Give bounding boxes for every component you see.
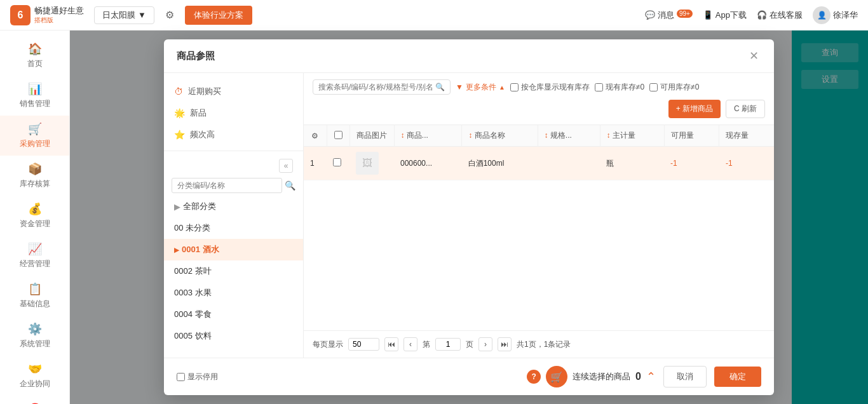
- total-info: 共1页，1条记录: [517, 339, 571, 350]
- show-disabled-checkbox[interactable]: [177, 373, 185, 381]
- product-thumb: 🖼: [356, 152, 379, 175]
- sidebar-item-enterprise[interactable]: 🤝 企业协同: [0, 356, 69, 396]
- content-area: 查询 设置 商品参照 ✕ ⏱: [70, 30, 868, 404]
- sidebar-item-finance[interactable]: 💰 资金管理: [0, 196, 69, 236]
- page-label: 第: [423, 339, 430, 350]
- sidebar-item-system[interactable]: ⚙️ 系统管理: [0, 316, 69, 356]
- category-search-input[interactable]: [172, 178, 282, 193]
- inventory-icon: 📦: [28, 162, 42, 176]
- sidebar-item-home[interactable]: 🏠 首页: [0, 36, 69, 76]
- cart-icon[interactable]: 🛒: [546, 366, 567, 387]
- table-row[interactable]: 1 🖼: [304, 147, 774, 180]
- cell-checkbox: [327, 147, 349, 180]
- toolbar-right: + 新增商品 C 刷新: [668, 100, 765, 118]
- select-all-checkbox[interactable]: [334, 131, 342, 139]
- cancel-button[interactable]: 取消: [663, 366, 707, 387]
- modal-left-panel: ⏱ 近期购买 🌟 新品 ⭐ 频次高: [164, 73, 304, 358]
- modal-backdrop: 商品参照 ✕ ⏱ 近期购买 🌟: [70, 30, 868, 404]
- modal-footer: 显示停用 ? 🛒 连续选择的商品 0 ⌃ 取消 确定: [164, 358, 774, 395]
- home-icon: 🏠: [28, 42, 42, 56]
- modal-toolbar: 🔍 ▼ 更多条件 ▲ 按仓库显示现有库存: [304, 73, 774, 125]
- sort-spec-icon: ↕: [545, 131, 548, 140]
- tab-recent-purchase[interactable]: ⏱ 近期购买: [164, 81, 303, 102]
- nav-right: 💬 消息 99+ 📱 App下载 🎧 在线客服 👤 徐泽华: [645, 6, 858, 24]
- add-product-button[interactable]: + 新增商品: [668, 100, 721, 118]
- cart-expand-icon[interactable]: ⌃: [646, 370, 656, 384]
- category-water[interactable]: 0008 水: [164, 347, 303, 350]
- checkbox-stock-not-zero-input[interactable]: [595, 83, 603, 91]
- category-tea[interactable]: 0002 茶叶: [164, 260, 303, 282]
- checkbox-available-not-zero[interactable]: 可用库存≠0: [649, 82, 699, 93]
- nav-user[interactable]: 👤 徐泽华: [813, 6, 858, 24]
- row-checkbox[interactable]: [333, 158, 341, 166]
- category-liquor[interactable]: ▶ 0001 酒水: [164, 239, 303, 260]
- category-fruit[interactable]: 0003 水果: [164, 282, 303, 304]
- refresh-button[interactable]: C 刷新: [726, 100, 765, 118]
- basics-icon: 📋: [28, 282, 42, 296]
- page-number-input[interactable]: [435, 338, 461, 351]
- sort-icon: ↕: [401, 131, 405, 140]
- nav-online-service[interactable]: 🎧 在线客服: [757, 10, 803, 21]
- tab-new-products[interactable]: 🌟 新品: [164, 102, 303, 124]
- product-search-input[interactable]: [318, 83, 433, 91]
- active-arrow-icon: ▶: [174, 246, 179, 253]
- sidebar-item-guide[interactable]: 🎯 新手引导: [0, 396, 69, 404]
- clock-icon: ⏱: [174, 86, 183, 97]
- cell-num: 1: [304, 147, 327, 180]
- modal-header: 商品参照 ✕: [164, 39, 774, 73]
- cell-code: 000600...: [394, 147, 462, 180]
- modal-right-panel: 🔍 ▼ 更多条件 ▲ 按仓库显示现有库存: [304, 73, 774, 358]
- product-search-box[interactable]: 🔍: [313, 79, 451, 95]
- category-search-icon[interactable]: 🔍: [285, 180, 295, 191]
- star-icon: ⭐: [174, 130, 185, 140]
- th-settings: ⚙: [304, 125, 327, 147]
- product-search-icon[interactable]: 🔍: [435, 83, 445, 91]
- gear-icon[interactable]: ⚙: [159, 5, 180, 25]
- sidebar-item-purchase[interactable]: 🛒 采购管理: [0, 116, 69, 156]
- sidebar-item-sales[interactable]: 📊 销售管理: [0, 76, 69, 116]
- nav-app-download[interactable]: 📱 App下载: [703, 10, 747, 21]
- mobile-icon: 📱: [703, 10, 713, 20]
- sales-icon: 📊: [28, 82, 42, 96]
- operations-icon: 📈: [28, 242, 42, 256]
- sidebar-item-operations[interactable]: 📈 经营管理: [0, 236, 69, 276]
- checkbox-available-not-zero-input[interactable]: [649, 83, 658, 91]
- top-nav: 6 畅捷通好生意 搭档版 日太阳膜 ▼ ⚙ 体验行业方案 💬 消息 99+ 📱 …: [0, 0, 868, 30]
- filter-icon: ▼: [456, 83, 463, 91]
- sidebar-item-inventory[interactable]: 📦 库存核算: [0, 156, 69, 196]
- page-end-label: 页: [466, 339, 473, 350]
- headset-icon: 🎧: [757, 10, 767, 20]
- last-page-button[interactable]: ⏭: [498, 337, 512, 351]
- system-icon: ⚙️: [28, 322, 42, 336]
- purchase-icon: 🛒: [28, 122, 42, 136]
- sidebar-item-basics[interactable]: 📋 基础信息: [0, 276, 69, 316]
- confirm-button[interactable]: 确定: [714, 367, 761, 387]
- category-uncategorized[interactable]: 00 未分类: [164, 217, 303, 239]
- category-snacks[interactable]: 0004 零食: [164, 304, 303, 325]
- filter-button[interactable]: ▼ 更多条件 ▲: [456, 82, 505, 93]
- store-selector[interactable]: 日太阳膜 ▼: [94, 6, 154, 24]
- collapse-button[interactable]: «: [279, 159, 293, 173]
- checkbox-stock-by-warehouse[interactable]: 按仓库显示现有库存: [510, 82, 590, 93]
- modal-body: ⏱ 近期购买 🌟 新品 ⭐ 频次高: [164, 73, 774, 358]
- cell-stock: -1: [719, 147, 774, 180]
- th-spec: ↕ 规格...: [538, 125, 600, 147]
- checkbox-stock-not-zero[interactable]: 现有库存≠0: [595, 82, 644, 93]
- category-drinks[interactable]: 0005 饮料: [164, 325, 303, 347]
- th-product-code: ↕ 商品...: [394, 125, 462, 147]
- experience-button[interactable]: 体验行业方案: [185, 6, 252, 25]
- page-size-select[interactable]: 50100200: [348, 338, 379, 351]
- cell-name: 白酒100ml: [462, 147, 538, 180]
- checkbox-stock-by-warehouse-input[interactable]: [510, 83, 519, 91]
- prev-page-button[interactable]: ‹: [403, 337, 417, 351]
- next-page-button[interactable]: ›: [478, 337, 492, 351]
- close-button[interactable]: ✕: [746, 48, 761, 64]
- tab-frequent[interactable]: ⭐ 频次高: [164, 124, 303, 145]
- nav-message[interactable]: 💬 消息 99+: [645, 10, 693, 21]
- cart-count: 0: [635, 371, 641, 382]
- help-icon[interactable]: ?: [527, 370, 541, 384]
- show-disabled-label[interactable]: 显示停用: [177, 372, 218, 382]
- first-page-button[interactable]: ⏮: [384, 337, 398, 351]
- category-all[interactable]: ▶ 全部分类: [164, 196, 303, 217]
- cell-unit: 瓶: [600, 147, 664, 180]
